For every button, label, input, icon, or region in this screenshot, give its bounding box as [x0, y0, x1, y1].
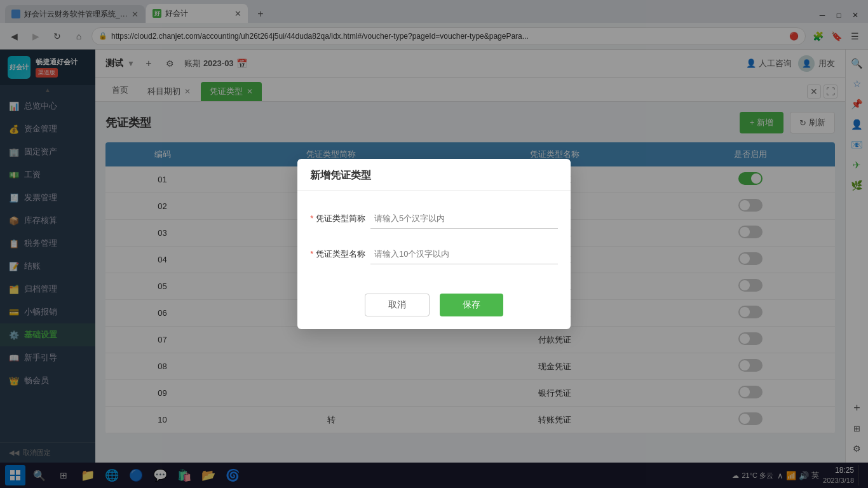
full-name-input[interactable] — [370, 244, 558, 264]
modal-body: * 凭证类型简称 * 凭证类型名称 — [297, 191, 571, 286]
save-button[interactable]: 保存 — [440, 294, 503, 316]
short-name-label: * 凭证类型简称 — [310, 213, 370, 224]
modal-footer: 取消 保存 — [297, 286, 571, 329]
form-row-short: * 凭证类型简称 — [310, 208, 558, 229]
modal-header: 新增凭证类型 — [297, 159, 571, 191]
modal-overlay: 新增凭证类型 * 凭证类型简称 * 凭证类型名称 取消 保存 — [0, 0, 868, 488]
required-star-2: * — [310, 249, 313, 259]
required-star-1: * — [310, 214, 313, 223]
modal-dialog: 新增凭证类型 * 凭证类型简称 * 凭证类型名称 取消 保存 — [297, 159, 571, 329]
modal-title: 新增凭证类型 — [310, 170, 371, 180]
cancel-button[interactable]: 取消 — [365, 294, 430, 316]
full-name-label: * 凭证类型名称 — [310, 248, 370, 260]
form-row-name: * 凭证类型名称 — [310, 244, 558, 264]
short-name-input[interactable] — [370, 208, 558, 229]
